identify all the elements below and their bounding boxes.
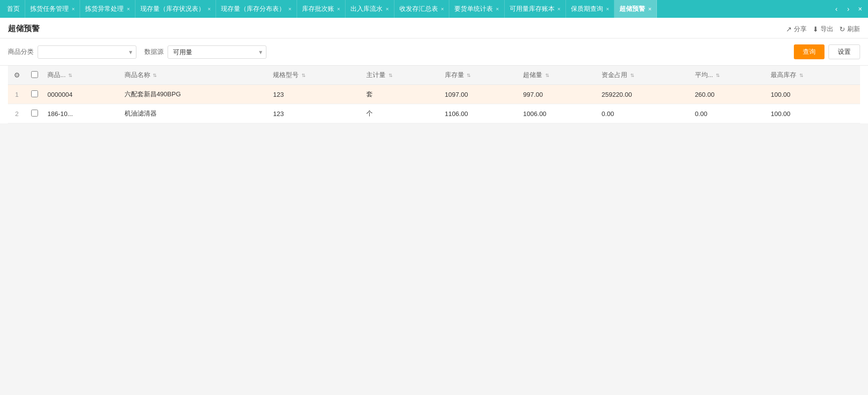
col-header-name[interactable]: 商品名称 ⇅ <box>121 66 269 85</box>
category-select-wrapper <box>38 45 136 59</box>
col-header-spec[interactable]: 规格型号 ⇅ <box>269 66 362 85</box>
select-all-checkbox[interactable] <box>31 71 38 78</box>
filter-actions: 查询 设置 <box>794 44 860 59</box>
nav-item-pick-task[interactable]: 拣货任务管理 × <box>25 0 80 18</box>
nav-item-home[interactable]: 首页 <box>2 0 25 18</box>
page-container: 超储预警 ↗ 分享 ⬇ 导出 ↻ 刷新 商品分类 <box>0 18 868 123</box>
nav-item-available[interactable]: 可用量库存账本 × <box>505 0 566 18</box>
row-stock-0: 1097.00 <box>441 85 520 104</box>
row-overflow-0: 997.00 <box>519 85 598 104</box>
row-overflow-1: 1006.00 <box>519 104 598 123</box>
row-select-0[interactable] <box>31 90 38 97</box>
row-stock-1: 1106.00 <box>441 104 520 123</box>
col-header-max-stock[interactable]: 最高库存 ⇅ <box>767 66 860 85</box>
category-select[interactable] <box>38 45 136 59</box>
row-spec-0: 123 <box>269 85 362 104</box>
col-header-stock[interactable]: 库存量 ⇅ <box>441 66 520 85</box>
page-header: 超储预警 ↗ 分享 ⬇ 导出 ↻ 刷新 <box>0 18 868 39</box>
header-actions: ↗ 分享 ⬇ 导出 ↻ 刷新 <box>786 25 860 34</box>
nav-item-batch[interactable]: 库存批次账 × <box>297 0 346 18</box>
datasource-select[interactable]: 可用量 库存量 <box>168 45 266 59</box>
category-filter-group: 商品分类 <box>8 45 136 59</box>
nav-close-overstock[interactable]: × <box>648 6 651 12</box>
nav-arrows: ‹ › × <box>830 0 866 18</box>
row-avg-0: 260.00 <box>691 85 767 104</box>
nav-close-collect[interactable]: × <box>441 6 444 12</box>
nav-prev-button[interactable]: ‹ <box>830 0 842 18</box>
refresh-button[interactable]: ↻ 刷新 <box>839 25 860 34</box>
sort-spec-icon: ⇅ <box>302 73 305 78</box>
row-select-1[interactable] <box>31 110 38 117</box>
sort-name-icon: ⇅ <box>153 73 157 78</box>
nav-close-quality[interactable]: × <box>606 6 609 12</box>
share-icon: ↗ <box>786 25 792 33</box>
row-max-stock-1: 100.00 <box>767 104 860 123</box>
sort-avg-icon: ⇅ <box>716 73 720 78</box>
row-unit-0: 套 <box>362 85 441 104</box>
col-header-unit[interactable]: 主计量 ⇅ <box>362 66 441 85</box>
row-max-stock-0: 100.00 <box>767 85 860 104</box>
nav-item-inout-flow[interactable]: 出入库流水 × <box>346 0 394 18</box>
export-icon: ⬇ <box>813 25 819 33</box>
row-unit-1: 个 <box>362 104 441 123</box>
table-row: 2 186-10... 机油滤清器 123 个 1106.00 1006.00 … <box>8 104 860 123</box>
sort-capital-icon: ⇅ <box>630 73 634 78</box>
category-label: 商品分类 <box>8 47 34 56</box>
row-code-1: 186-10... <box>43 104 121 123</box>
nav-close-order-stat[interactable]: × <box>496 6 499 12</box>
datasource-filter-group: 数据源 可用量 库存量 <box>144 45 266 59</box>
datasource-select-wrapper: 可用量 库存量 <box>168 45 266 59</box>
row-spec-1: 123 <box>269 104 362 123</box>
nav-item-overstock[interactable]: 超储预警 × <box>614 0 656 18</box>
table-body: 1 0000004 六配套新昌490BPG 123 套 1097.00 997.… <box>8 85 860 123</box>
nav-close-button[interactable]: × <box>854 0 866 18</box>
nav-next-button[interactable]: › <box>842 0 854 18</box>
nav-close-pick-exception[interactable]: × <box>127 6 130 12</box>
nav-item-quality[interactable]: 保质期查询 × <box>566 0 614 18</box>
nav-item-stock-dist[interactable]: 现存量（库存分布表） × <box>216 0 297 18</box>
datasource-label: 数据源 <box>144 47 164 56</box>
query-button[interactable]: 查询 <box>794 44 825 59</box>
nav-item-pick-exception[interactable]: 拣货异常处理 × <box>80 0 135 18</box>
row-code-0: 0000004 <box>43 85 121 104</box>
row-checkbox-1 <box>26 104 43 123</box>
sort-stock-icon: ⇅ <box>467 73 471 78</box>
nav-close-inout-flow[interactable]: × <box>386 6 389 12</box>
page-title: 超储预警 <box>8 24 786 34</box>
table-settings-icon[interactable]: ⚙ <box>14 71 20 79</box>
row-name-0: 六配套新昌490BPG <box>121 85 269 104</box>
sort-unit-icon: ⇅ <box>389 73 392 78</box>
export-button[interactable]: ⬇ 导出 <box>813 25 833 34</box>
table-wrapper: ⚙ 商品... ⇅ 商品名称 ⇅ 规格型号 ⇅ <box>0 66 868 123</box>
row-num-0: 1 <box>8 85 26 104</box>
nav-close-available[interactable]: × <box>558 6 561 12</box>
table-header-row: ⚙ 商品... ⇅ 商品名称 ⇅ 规格型号 ⇅ <box>8 66 860 85</box>
row-capital-0: 259220.00 <box>598 85 691 104</box>
row-capital-1: 0.00 <box>598 104 691 123</box>
nav-close-stock-status[interactable]: × <box>208 6 211 12</box>
filter-bar: 商品分类 数据源 可用量 库存量 查询 设置 <box>0 39 868 66</box>
nav-item-collect[interactable]: 收发存汇总表 × <box>394 0 449 18</box>
refresh-icon: ↻ <box>839 25 845 33</box>
top-nav: 首页 拣货任务管理 × 拣货异常处理 × 现存量（库存状况表） × 现存量（库存… <box>0 0 868 18</box>
nav-close-batch[interactable]: × <box>337 6 340 12</box>
col-header-overflow[interactable]: 超储量 ⇅ <box>519 66 598 85</box>
row-checkbox-0 <box>26 85 43 104</box>
col-header-avg[interactable]: 平均... ⇅ <box>691 66 767 85</box>
nav-close-stock-dist[interactable]: × <box>288 6 291 12</box>
settings-button[interactable]: 设置 <box>828 44 860 59</box>
nav-item-stock-status[interactable]: 现存量（库存状况表） × <box>135 0 216 18</box>
row-avg-1: 0.00 <box>691 104 767 123</box>
row-num-1: 2 <box>8 104 26 123</box>
sort-max-stock-icon: ⇅ <box>799 73 803 78</box>
sort-overflow-icon: ⇅ <box>545 73 549 78</box>
col-settings: ⚙ <box>8 66 26 85</box>
col-header-code[interactable]: 商品... ⇅ <box>43 66 121 85</box>
col-header-checkbox <box>26 66 43 85</box>
table-row: 1 0000004 六配套新昌490BPG 123 套 1097.00 997.… <box>8 85 860 104</box>
nav-close-pick-task[interactable]: × <box>72 6 75 12</box>
nav-item-order-stat[interactable]: 要货单统计表 × <box>449 0 504 18</box>
sort-code-icon: ⇅ <box>68 73 72 78</box>
col-header-capital[interactable]: 资金占用 ⇅ <box>598 66 691 85</box>
share-button[interactable]: ↗ 分享 <box>786 25 807 34</box>
